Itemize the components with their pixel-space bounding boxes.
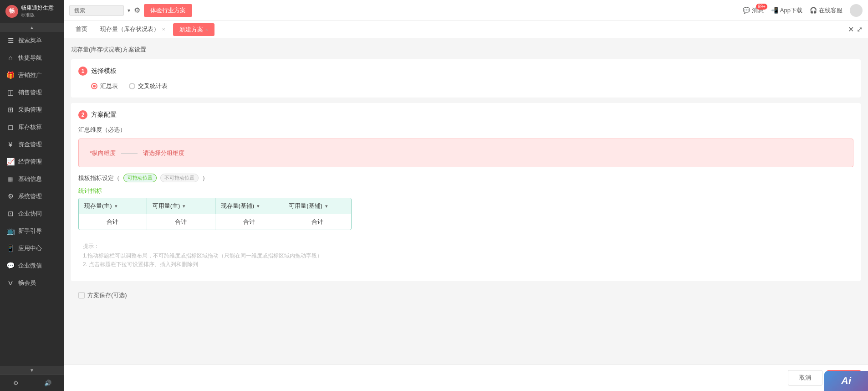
step1-title: 选择模板 bbox=[91, 67, 117, 75]
sidebar-scroll-down[interactable]: ▼ bbox=[0, 366, 64, 375]
sidebar-item-label: 搜索菜单 bbox=[18, 36, 42, 45]
biz-icon: 📈 bbox=[6, 158, 15, 166]
tabs-bar: 首页 现存量（库存状况表） × 新建方案 × ✕ ⤢ bbox=[64, 21, 868, 38]
sidebar-item-app-center[interactable]: 📱 应用中心 bbox=[0, 240, 64, 257]
sidebar-item-label: 企业协同 bbox=[18, 210, 42, 218]
app-logo: 畅 畅康通好生意 标准版 bbox=[0, 0, 64, 23]
cancel-button[interactable]: 取消 bbox=[788, 370, 822, 386]
tab-inventory-status[interactable]: 现存量（库存状况表） × bbox=[94, 21, 171, 38]
sidebar-item-finance[interactable]: ¥ 资金管理 bbox=[0, 136, 64, 153]
dimension-area[interactable]: *纵向维度 —— 请选择分组维度 bbox=[78, 139, 853, 167]
sidebar-item-label: 库存核算 bbox=[18, 123, 42, 131]
page-title: 现存量(库存状况表)方案设置 bbox=[71, 46, 861, 54]
stats-title: 统计指标 bbox=[78, 187, 853, 195]
dimension-section-label: 汇总维度（必选） bbox=[78, 126, 853, 134]
topbar-dropdown-icon[interactable]: ▾ bbox=[128, 7, 130, 14]
tab-home[interactable]: 首页 bbox=[69, 21, 94, 38]
step2-header: 2 方案配置 bbox=[78, 110, 853, 119]
customer-service-btn[interactable]: 🎧 在线客服 bbox=[810, 6, 842, 15]
topbar: ▾ ⚙ 体验行业方案 💬 消息 99+ 📲 App下载 🎧 在线客服 bbox=[64, 0, 868, 21]
tab-expand-btn[interactable]: ⤢ bbox=[857, 25, 863, 34]
message-btn[interactable]: 💬 消息 99+ bbox=[743, 6, 764, 15]
indicator-settings: 模板指标设定（ 可拖动位置 不可拖动位置 ） 统计指标 现存量(主) ▾ bbox=[78, 174, 853, 232]
topbar-cta-button[interactable]: 体验行业方案 bbox=[144, 4, 192, 17]
stats-table-header: 现存量(主) ▾ 可用量(主) ▾ 现存量(基辅) ▾ bbox=[79, 198, 351, 214]
cell-subtotal-0: 合计 bbox=[79, 214, 147, 230]
gift-icon: 🎁 bbox=[6, 71, 15, 79]
audio-bottom-btn[interactable]: 🔊 bbox=[32, 375, 64, 391]
customer-service-label: 在线客服 bbox=[819, 6, 842, 15]
non-draggable-tag: 不可拖动位置 bbox=[160, 174, 199, 182]
page-footer: 方案保存(可选) bbox=[71, 287, 861, 304]
dimension-divider: —— bbox=[121, 148, 138, 158]
collab-icon: ⊡ bbox=[6, 210, 15, 218]
col-header-cur-stock-aux[interactable]: 现存量(基辅) ▾ bbox=[215, 198, 284, 214]
info-icon: ▦ bbox=[6, 175, 15, 183]
radio-cross[interactable]: 交叉统计表 bbox=[129, 82, 168, 90]
dimension-placeholder: 请选择分组维度 bbox=[143, 149, 184, 157]
hints-section: 提示： 1.拖动标题栏可以调整布局，不可跨维度或指标区域拖动（只能在同一维度或指… bbox=[78, 238, 853, 274]
sidebar-item-label: 基础信息 bbox=[18, 175, 42, 183]
sidebar-item-biz-mgmt[interactable]: 📈 经营管理 bbox=[0, 153, 64, 170]
sidebar-item-sales[interactable]: ◫ 销售管理 bbox=[0, 84, 64, 101]
sidebar-item-new-guide[interactable]: 📺 新手引导 bbox=[0, 222, 64, 240]
sidebar-item-collab[interactable]: ⊡ 企业协同 bbox=[0, 205, 64, 222]
topbar-settings-icon[interactable]: ⚙ bbox=[134, 6, 140, 15]
tab-close-btn[interactable]: ✕ bbox=[848, 25, 854, 34]
col-chevron-2: ▾ bbox=[257, 203, 260, 209]
wechat-icon: 💬 bbox=[6, 262, 15, 270]
save-option[interactable]: 方案保存(可选) bbox=[78, 291, 127, 299]
logo-icon: 畅 bbox=[5, 5, 18, 18]
headset-icon: 🎧 bbox=[810, 7, 817, 14]
user-avatar[interactable] bbox=[850, 4, 863, 17]
sidebar-scroll-up[interactable]: ▲ bbox=[0, 23, 64, 32]
sidebar: 畅 畅康通好生意 标准版 ▲ ☰ 搜索菜单 ⌂ 快捷导航 🎁 营销推广 ◫ 销售… bbox=[0, 0, 64, 391]
sidebar-item-sys-mgmt[interactable]: ⚙ 系统管理 bbox=[0, 188, 64, 205]
app-download-icon: 📲 bbox=[771, 7, 778, 14]
sidebar-item-marketing[interactable]: 🎁 营销推广 bbox=[0, 67, 64, 84]
sidebar-nav: ☰ 搜索菜单 ⌂ 快捷导航 🎁 营销推广 ◫ 销售管理 ⊞ 采购管理 ◻ 库存核… bbox=[0, 32, 64, 366]
sidebar-item-biz-wechat[interactable]: 💬 企业微信 bbox=[0, 257, 64, 274]
tab-new-plan-close-icon[interactable]: × bbox=[205, 27, 208, 32]
sidebar-item-label: 经营管理 bbox=[18, 158, 42, 166]
sidebar-bottom: ⚙ 🔊 bbox=[0, 375, 64, 391]
sidebar-item-label: 快捷导航 bbox=[18, 54, 42, 62]
step1-header: 1 选择模板 bbox=[78, 67, 853, 76]
sidebar-item-label: 采购管理 bbox=[18, 106, 42, 114]
col-chevron-0: ▾ bbox=[115, 203, 117, 209]
tab-new-plan[interactable]: 新建方案 × bbox=[173, 23, 214, 36]
sidebar-item-inventory[interactable]: ◻ 库存核算 bbox=[0, 118, 64, 136]
app-badge: 标准版 bbox=[21, 12, 54, 18]
app-name: 畅康通好生意 bbox=[21, 5, 54, 12]
search-menu-icon: ☰ bbox=[6, 36, 15, 45]
sys-icon: ⚙ bbox=[6, 192, 15, 201]
settings-bottom-btn[interactable]: ⚙ bbox=[0, 375, 32, 391]
save-checkbox[interactable] bbox=[78, 292, 85, 298]
indicator-label: 模板指标设定（ 可拖动位置 不可拖动位置 ） bbox=[78, 174, 853, 182]
tab-inventory-close-icon[interactable]: × bbox=[162, 26, 165, 32]
topbar-search-input[interactable] bbox=[69, 5, 124, 16]
home-icon: ⌂ bbox=[6, 54, 15, 62]
sidebar-item-quick-nav[interactable]: ⌂ 快捷导航 bbox=[0, 49, 64, 67]
sidebar-item-basic-info[interactable]: ▦ 基础信息 bbox=[0, 170, 64, 188]
draggable-tag: 可拖动位置 bbox=[123, 174, 157, 182]
col-header-available-aux[interactable]: 可用量(基辅) ▾ bbox=[283, 198, 351, 214]
col-header-available-main[interactable]: 可用量(主) ▾ bbox=[147, 198, 215, 214]
col-chevron-3: ▾ bbox=[325, 203, 328, 209]
chart-icon: ◫ bbox=[6, 88, 15, 97]
template-options: 汇总表 交叉统计表 bbox=[91, 82, 853, 90]
sidebar-item-member[interactable]: V 畅会员 bbox=[0, 274, 64, 292]
cell-subtotal-1: 合计 bbox=[147, 214, 215, 230]
message-icon: 💬 bbox=[743, 7, 750, 14]
sidebar-item-label: 营销推广 bbox=[18, 71, 42, 79]
sidebar-item-search-menu[interactable]: ☰ 搜索菜单 bbox=[0, 32, 64, 49]
col-header-cur-stock-main[interactable]: 现存量(主) ▾ bbox=[79, 198, 147, 214]
stats-table-row-subtotals: 合计 合计 合计 合计 bbox=[79, 214, 351, 230]
guide-icon: 📺 bbox=[6, 227, 15, 235]
sidebar-item-purchase[interactable]: ⊞ 采购管理 bbox=[0, 101, 64, 118]
message-badge: 99+ bbox=[756, 4, 767, 10]
ai-badge[interactable]: Ai bbox=[824, 371, 868, 391]
app-download-btn[interactable]: 📲 App下载 bbox=[771, 6, 802, 15]
radio-summary[interactable]: 汇总表 bbox=[91, 82, 118, 90]
radio-summary-label: 汇总表 bbox=[100, 82, 118, 90]
